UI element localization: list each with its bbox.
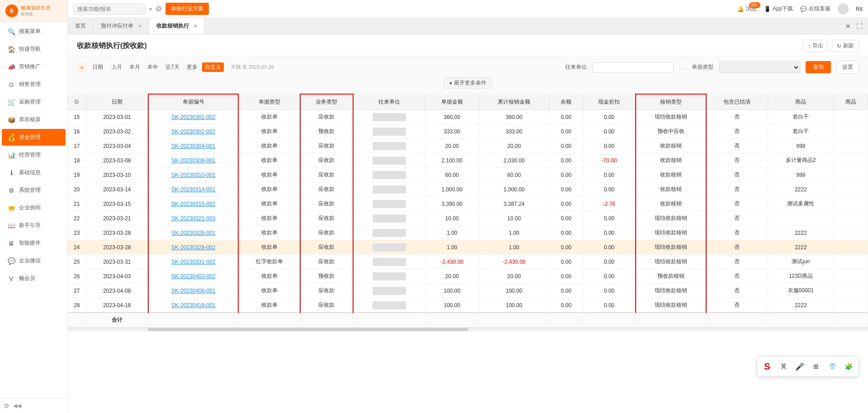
sidebar-item-inventory[interactable]: 📦库存核算 [2,111,66,128]
table-row: 272023-04-08SK-20230408-001收款单应收款████100… [68,284,868,298]
user-avatar[interactable] [838,4,849,14]
sidebar-icon-member: V [7,275,15,282]
bill-no-link[interactable]: SK-20230403-002 [171,273,215,280]
col-header-bill_no: 单据编号 [148,94,238,110]
sidebar-icon-collab: 🤝 [7,204,15,212]
sidebar-label-system: 系统管理 [19,186,41,194]
data-table: ⚙日期单据编号单据类型业务类型往来单位单据金额累计核销金额余额现金折扣核销类型包… [68,94,868,328]
sidebar-item-hardware[interactable]: 🖥智能硬件 [2,235,66,252]
sidebar-icon-base: ℹ [7,169,15,176]
online-service-btn[interactable]: 💬 在线客服 [800,5,830,13]
tab-close-receipt-exec[interactable]: ✕ [193,24,197,28]
sidebar-label-operation: 经营管理 [19,151,41,159]
bill-no-link[interactable]: SK-20230308-001 [171,157,215,164]
sidebar-item-system[interactable]: ⚙系统管理 [2,182,66,199]
filter-bar: » 日期 上月 本月 本年 近7天 更多 自定义 不限 至 2023-07-26… [68,56,868,94]
bill-no-link[interactable]: SK-20230418-001 [171,302,215,309]
partner-input[interactable] [592,62,674,73]
date-btn-last-month[interactable]: 上月 [108,62,125,72]
sidebar-item-nav[interactable]: 🏠快捷导航 [2,41,66,57]
refresh-btn[interactable]: ↻ 刷新 [832,40,859,52]
table-settings-btn[interactable]: ⚙ [74,98,80,105]
date-btn-this-year[interactable]: 本年 [145,62,161,72]
col-header-partner: 往来单位 [353,94,425,110]
bill-type-label: 单据类型 [692,63,713,71]
keyboard-icon[interactable]: ⊞ [810,360,822,373]
tab-home[interactable]: 首页 [68,18,94,34]
scrollbar-thumb [148,328,468,331]
shirt-icon[interactable]: 👕 [826,360,839,373]
sidebar-item-collab[interactable]: 🤝企业协同 [2,199,66,216]
bill-no-link[interactable]: SK-20230304-001 [171,143,215,149]
sidebar-label-inventory: 库存核算 [19,116,41,123]
page-header: 收款核销执行(按收款) ↑ 导出 ↻ 刷新 [68,34,868,56]
notification-btn[interactable]: 🔔 消息 99+ [737,5,757,13]
dropdown-icon[interactable]: ▾ [149,6,152,12]
tab-receipt-exec[interactable]: 收款核销执行✕ [149,18,205,34]
sougou-s-icon[interactable]: S [761,360,774,373]
bill-no-link[interactable]: SK-20230321-003 [171,215,215,222]
app-download-btn[interactable]: 📱 App下载 [764,5,793,13]
bill-no-link[interactable]: SK-20230310-001 [171,172,215,178]
mic-icon[interactable]: 🎤 [793,360,806,373]
filter-row-1: » 日期 上月 本月 本年 近7天 更多 自定义 不限 至 2023-07-26… [77,61,859,74]
sidebar-icon-purchase: 🛒 [7,99,15,106]
date-label: 日期 [92,63,103,71]
sidebar-item-search[interactable]: 🔍搜索菜单 [2,23,66,40]
bill-no-link[interactable]: SK-20230331-002 [171,259,215,265]
tab-close-all-btn[interactable]: ✕ [844,21,853,32]
date-btn-7days[interactable]: 近7天 [163,62,182,72]
horizontal-scrollbar[interactable] [68,328,868,331]
sidebar-item-marketing[interactable]: 📣营销推广 [2,58,66,75]
bill-no-link[interactable]: SK-20230314-001 [171,186,215,193]
refresh-icon: ↻ [837,43,841,49]
col-header-discount: 现金折扣 [583,94,636,110]
filter-toggle-btn[interactable]: » [77,62,87,72]
export-btn[interactable]: ↑ 导出 [803,40,828,52]
puzzle-icon[interactable]: 🧩 [842,360,855,373]
sidebar-item-base[interactable]: ℹ基础信息 [2,164,66,181]
sidebar-item-member[interactable]: V畅会员 [2,270,66,287]
sidebar-item-sales[interactable]: ⊙销售管理 [2,76,66,93]
header-settings-btn[interactable]: ⚙ [156,5,162,13]
bill-no-link[interactable]: SK-20230302-002 [171,128,215,135]
expand-more-btn[interactable]: ▾ 展开更多条件 [443,77,492,89]
settings-icon[interactable]: ⚙ [4,402,9,409]
bill-no-link[interactable]: SK-20230328-002 [171,244,215,251]
sidebar-logo: 6 畅康道好生意 标推版 [0,0,67,22]
bill-type-select[interactable] [719,62,800,73]
bill-no-link[interactable]: SK-20230328-001 [171,230,215,236]
table-row: 232023-03-28SK-20230328-001收款单应收款████1.0… [68,226,868,240]
query-btn[interactable]: 查询 [806,61,831,73]
table-row: 152023-03-01SK-20230301-002收款单应收款████360… [68,110,868,124]
sidebar-icon-marketing: 📣 [7,63,15,71]
filter-setting-btn[interactable]: 设置 [836,61,859,74]
date-btn-more[interactable]: 更多 [184,62,200,72]
tab-fullscreen-btn[interactable]: ⛶ [854,21,864,32]
bill-no-link[interactable]: SK-20230315-002 [171,201,215,207]
tab-receivable[interactable]: 预付冲应付单✕ [94,18,149,34]
tabs-actions: ✕⛶ [840,18,868,34]
search-input[interactable] [73,4,146,14]
sidebar-item-guide[interactable]: 📖新手引导 [2,217,66,234]
sidebar-label-collab: 企业协同 [19,204,41,212]
sidebar-label-guide: 新手引导 [19,222,41,229]
solution-btn[interactable]: 体验行业方案 [165,3,209,15]
sidebar-icon-guide: 📖 [7,222,15,229]
英-icon[interactable]: 英 [777,360,790,373]
expand-icon: ▾ [449,80,452,86]
sidebar-item-operation[interactable]: 📊经营管理 [2,147,66,163]
floating-panel: S 英 🎤 ⊞ 👕 🧩 [757,356,859,377]
sidebar-item-purchase[interactable]: 🛒采购管理 [2,94,66,110]
tab-close-receivable[interactable]: ✕ [138,24,142,28]
collapse-icon[interactable]: ◀◀ [13,403,21,409]
table-row: 182023-03-08SK-20230308-001收款单应收款████2,1… [68,153,868,168]
sidebar: 6 畅康道好生意 标推版 🔍搜索菜单🏠快捷导航📣营销推广⊙销售管理🛒采购管理📦库… [0,0,68,413]
date-btn-custom[interactable]: 自定义 [202,62,224,72]
sidebar-item-wechat[interactable]: 💬企业微信 [2,252,66,269]
bill-no-link[interactable]: SK-20230408-001 [171,288,215,294]
bill-no-link[interactable]: SK-20230301-002 [171,114,215,120]
date-btn-this-month[interactable]: 本月 [127,62,143,72]
sidebar-icon-nav: 🏠 [7,46,15,53]
sidebar-item-finance[interactable]: 💰资金管理 [2,129,66,146]
